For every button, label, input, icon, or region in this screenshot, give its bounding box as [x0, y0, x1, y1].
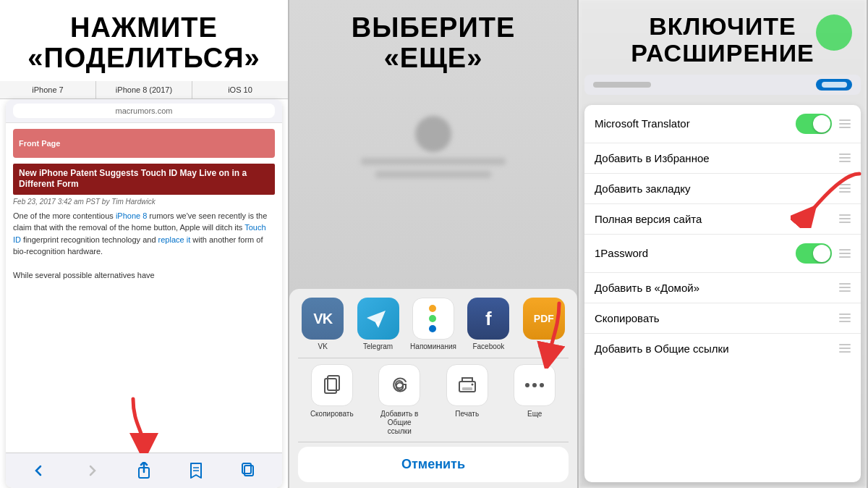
add-favorites-label: Добавить в Избранное [595, 152, 832, 164]
drag-line [839, 214, 851, 216]
browser-tabs: iPhone 7 iPhone 8 (2017) iOS 10 [0, 81, 288, 99]
drag-handle[interactable] [839, 119, 851, 128]
share-actions-row: Скопировать Добавить в Общие ссылки [289, 358, 577, 442]
full-site-label: Полная версия сайта [595, 213, 832, 225]
drag-line [839, 127, 851, 128]
panel1-title: НАЖМИТЕ«ПОДЕЛИТЬСЯ» [0, 0, 288, 81]
drag-handle[interactable] [839, 214, 851, 223]
svg-point-13 [532, 383, 537, 387]
blurred-url-bar [593, 82, 651, 88]
panel2-title: ВЫБЕРИТЕ«ЕЩЕ» [289, 0, 577, 81]
drag-line [839, 249, 851, 251]
share-app-pdf[interactable]: PDF C... [519, 298, 569, 350]
copy-label: Скопировать [310, 410, 354, 418]
microsoft-translator-toggle[interactable] [796, 114, 832, 134]
add-bookmark-label: Добавить закладку [595, 182, 832, 195]
settings-row-1password: 1Password [584, 235, 861, 273]
add-shared-label: Добавить в Общие ссылки [595, 342, 832, 355]
drag-handle[interactable] [839, 184, 851, 193]
article-link-touchid[interactable]: Touch ID [13, 223, 266, 244]
at-icon [378, 364, 420, 406]
article-link-iphone8[interactable]: iPhone 8 [116, 211, 147, 220]
drag-handle[interactable] [839, 344, 851, 353]
share-app-telegram[interactable]: Telegram [353, 298, 402, 350]
tabs-button[interactable] [237, 459, 260, 482]
svg-point-11 [471, 384, 473, 386]
facebook-label: Facebook [472, 342, 504, 350]
drag-line [839, 256, 851, 258]
tab-iphone8[interactable]: iPhone 8 (2017) [96, 81, 192, 98]
1password-label: 1Password [595, 247, 788, 259]
forward-button[interactable] [80, 459, 103, 482]
share-app-facebook[interactable]: f Facebook [464, 298, 513, 350]
pdf-icon: PDF [523, 298, 565, 340]
toggle-knob [813, 115, 830, 132]
vk-label: VK [318, 342, 328, 350]
article-content: Front Page New iPhone Patent Suggests To… [6, 123, 282, 453]
article-byline: Feb 23, 2017 3:42 am PST by Tim Hardwick [13, 198, 275, 206]
url-input[interactable]: macrumors.com [13, 104, 275, 118]
action-copy[interactable]: Скопировать [298, 364, 366, 436]
more-icon [514, 364, 556, 406]
action-print[interactable]: Печать [433, 364, 501, 436]
drag-line [839, 191, 851, 193]
action-shared-links[interactable]: Добавить в Общие ссылки [366, 364, 434, 436]
print-label: Печать [455, 410, 479, 418]
drag-handle[interactable] [839, 314, 851, 322]
settings-row-full-site: Полная версия сайта [584, 204, 861, 235]
settings-panel: Microsoft Translator Добавить в Избранно… [584, 105, 861, 482]
share-app-vk[interactable]: VK VK [298, 298, 347, 350]
drag-line [839, 351, 851, 353]
drag-line [839, 314, 851, 315]
drag-line [839, 321, 851, 322]
green-dot-accent [816, 14, 852, 51]
reminders-label: Напоминания [410, 342, 456, 350]
drag-handle[interactable] [839, 249, 851, 258]
drag-line [839, 157, 851, 159]
reminders-icon [412, 298, 454, 340]
url-bar[interactable]: macrumors.com [6, 99, 282, 123]
add-home-label: Добавить в «Домой» [595, 282, 832, 294]
settings-row-add-favorites: Добавить в Избранное [584, 143, 861, 174]
drag-line [839, 218, 851, 219]
article-link-replace[interactable]: replace it [158, 235, 191, 244]
1password-toggle[interactable] [796, 243, 832, 264]
share-button[interactable] [132, 459, 156, 482]
svg-rect-10 [462, 387, 472, 390]
tab-ios10[interactable]: iOS 10 [192, 81, 288, 98]
drag-line [839, 317, 851, 319]
drag-line [839, 123, 851, 125]
cancel-button[interactable]: Отменить [298, 447, 569, 482]
svg-point-12 [525, 383, 529, 387]
article-body: One of the more contentious iPhone 8 rum… [13, 210, 275, 282]
action-more[interactable]: Еще [501, 364, 569, 436]
drag-handle[interactable] [839, 153, 851, 162]
share-app-reminders[interactable]: Напоминания [409, 298, 458, 350]
drag-line [839, 119, 851, 121]
print-icon [446, 364, 488, 406]
article-headline: New iPhone Patent Suggests Touch ID May … [13, 164, 275, 195]
panel-1: НАЖМИТЕ«ПОДЕЛИТЬСЯ» iPhone 7 iPhone 8 (2… [0, 0, 289, 488]
settings-row-microsoft-translator: Microsoft Translator [584, 105, 861, 143]
share-apps-row: VK VK Telegram [289, 298, 577, 358]
settings-row-add-home: Добавить в «Домой» [584, 273, 861, 303]
svg-point-14 [540, 383, 544, 387]
pdf-label: C... [538, 342, 550, 350]
drag-line [839, 188, 851, 189]
telegram-icon [357, 298, 399, 340]
tab-iphone7[interactable]: iPhone 7 [0, 81, 96, 98]
drag-handle[interactable] [839, 283, 851, 292]
blurred-button [816, 79, 852, 91]
drag-line [839, 283, 851, 285]
drag-line [839, 153, 851, 155]
settings-row-add-bookmark: Добавить закладку [584, 174, 861, 204]
settings-row-add-shared: Добавить в Общие ссылки [584, 334, 861, 363]
browser-toolbar [6, 453, 282, 488]
bookmarks-button[interactable] [184, 459, 208, 482]
drag-line [839, 184, 851, 185]
telegram-label: Telegram [363, 342, 393, 350]
copy-icon [311, 364, 353, 406]
back-button[interactable] [27, 459, 51, 482]
drag-line [839, 253, 851, 254]
more-label: Еще [527, 410, 542, 418]
